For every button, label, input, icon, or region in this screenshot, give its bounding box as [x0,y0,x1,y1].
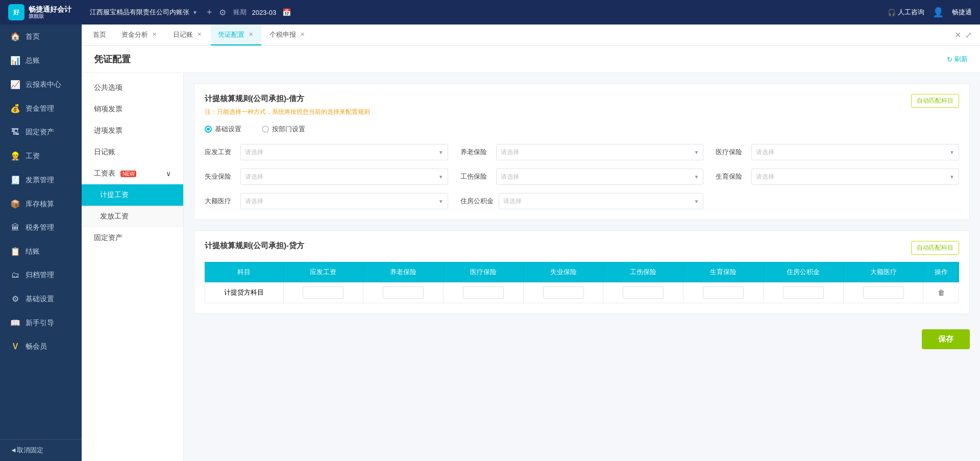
housing-fund-select[interactable]: 请选择 ▼ [499,193,704,209]
sidebar-item-close[interactable]: 📋 结账 [0,239,82,263]
maternity-select[interactable]: 请选择 ▼ [751,168,959,185]
cancel-fixed-btn[interactable]: ◄取消固定 [0,439,82,461]
th-gross: 应发工资 [283,262,363,282]
save-button[interactable]: 保存 [922,329,970,349]
sidebar-item-label: 库存核算 [26,200,54,209]
sidebar-item-archive[interactable]: 🗂 归档管理 [0,263,82,287]
left-nav-journal[interactable]: 日记账 [82,141,183,163]
table-row: 计提贷方科目 🗑 [205,282,959,303]
cell-pension [363,282,444,303]
left-nav-sales-invoice[interactable]: 销项发票 [82,99,183,120]
delete-row-button[interactable]: 🗑 [938,288,945,297]
chevron-down-icon: ▼ [694,150,699,155]
ledger-icon: 📊 [10,56,20,65]
th-maternity: 生育保险 [683,262,764,282]
settings-icon[interactable]: ⚙ [219,8,226,17]
credit-auto-match-button[interactable]: 自动匹配科目 [911,241,959,255]
input-housing-fund[interactable] [783,286,824,299]
company-selector[interactable]: 江西服宝精品有限责任公司内账张 ▼ + ⚙ 账期 2023-03 📅 [90,7,888,18]
expand-icon[interactable]: ⤢ [965,30,972,40]
input-pension[interactable] [383,286,424,299]
vip-icon: V [10,342,20,351]
tab-label: 首页 [93,30,106,39]
sidebar-item-invoice[interactable]: 🧾 发票管理 [0,168,82,192]
debit-auto-match-button[interactable]: 自动匹配科目 [911,94,959,108]
tab-tax-report[interactable]: 个税申报 ✕ [262,25,313,45]
consulting-btn[interactable]: 🎧 人工咨询 [888,8,924,17]
input-work-injury[interactable] [623,286,664,299]
input-unemployment[interactable] [543,286,584,299]
left-nav-pay-salary[interactable]: 发放工资 [82,206,183,227]
unemployment-select[interactable]: 请选择 ▼ [240,168,448,185]
left-nav-fixed-assets[interactable]: 固定资产 [82,227,183,249]
reports-icon: 📈 [10,80,20,89]
cell-work-injury [603,282,683,303]
sidebar-item-label: 发票管理 [26,176,54,185]
sidebar-item-fund[interactable]: 💰 资金管理 [0,96,82,120]
tab-close-icon[interactable]: ✕ [248,31,254,38]
medical-select[interactable]: 请选择 ▼ [751,144,959,160]
sidebar-item-label: 总账 [26,56,40,65]
th-housing-fund: 住房公积金 [763,262,843,282]
sidebar-item-label: 工资 [26,152,40,161]
close-all-icon[interactable]: ✕ [954,30,961,40]
radio-department[interactable]: 按部门设置 [262,125,305,134]
field-unemployment: 失业保险 请选择 ▼ [205,168,448,185]
pension-select[interactable]: 请选择 ▼ [496,144,704,160]
chevron-down-icon: ∨ [166,169,171,178]
sidebar: 🏠 首页 📊 总账 📈 云报表中心 💰 资金管理 🏗 固定资产 👷 工资 🧾 发… [0,25,82,461]
sidebar-item-home[interactable]: 🏠 首页 [0,25,82,48]
field-work-injury: 工伤保险 请选择 ▼ [460,168,704,185]
sidebar-item-reports[interactable]: 📈 云报表中心 [0,72,82,96]
refresh-button[interactable]: ↻ 刷新 [947,55,968,64]
left-nav-salary-sheet[interactable]: 工资表 NEW ∨ [82,163,183,184]
cancel-fixed-label: ◄取消固定 [10,446,43,455]
sidebar-item-ledger[interactable]: 📊 总账 [0,48,82,72]
tab-journal[interactable]: 日记账 ✕ [166,25,210,45]
tab-close-icon[interactable]: ✕ [299,31,306,38]
fund-icon: 💰 [10,104,20,113]
chevron-down-icon: ▼ [438,150,444,155]
tab-home[interactable]: 首页 [86,25,113,45]
tab-label: 日记账 [173,30,193,39]
period-value: 2023-03 [252,9,276,16]
large-medical-select[interactable]: 请选择 ▼ [240,193,448,209]
field-gross-salary: 应发工资 请选择 ▼ [205,144,448,160]
sidebar-item-salary[interactable]: 👷 工资 [0,144,82,168]
left-nav-public[interactable]: 公共选项 [82,77,183,99]
tab-fund-analysis[interactable]: 资金分析 ✕ [114,25,165,45]
logo-text: 畅捷通好会计 旗舰版 [29,5,71,20]
calendar-icon[interactable]: 📅 [282,8,291,16]
home-icon: 🏠 [10,32,20,41]
th-pension: 养老保险 [363,262,444,282]
left-nav-purchase-invoice[interactable]: 进项发票 [82,120,183,141]
input-gross[interactable] [303,286,344,299]
tab-label: 凭证配置 [218,30,244,39]
sidebar-item-settings[interactable]: ⚙ 基础设置 [0,287,82,311]
cell-maternity [683,282,764,303]
input-maternity[interactable] [703,286,744,299]
refresh-icon: ↻ [947,56,952,63]
input-large-medical[interactable] [863,286,904,299]
gross-salary-select[interactable]: 请选择 ▼ [240,144,448,160]
sidebar-item-fixed-assets[interactable]: 🏗 固定资产 [0,120,82,144]
tab-close-icon[interactable]: ✕ [196,31,203,38]
tab-close-icon[interactable]: ✕ [151,31,158,38]
sidebar-item-label: 云报表中心 [26,80,61,89]
sidebar-item-label: 结账 [26,247,40,256]
tab-voucher-config[interactable]: 凭证配置 ✕ [211,25,261,45]
archive-icon: 🗂 [10,271,20,280]
cell-medical [443,282,523,303]
sidebar-item-vip[interactable]: V 畅会员 [0,335,82,358]
sidebar-item-guide[interactable]: 📖 新手引导 [0,311,82,335]
cell-unemployment [523,282,603,303]
add-account-icon[interactable]: + [207,7,212,18]
sidebar-item-inventory[interactable]: 📦 库存核算 [0,192,82,216]
left-nav-accrual-salary[interactable]: 计提工资 [82,184,183,206]
input-medical[interactable] [463,286,504,299]
sidebar-item-label: 基础设置 [26,295,54,304]
work-injury-select[interactable]: 请选择 ▼ [496,168,704,185]
sidebar-item-tax[interactable]: 🏛 税务管理 [0,216,82,239]
tax-icon: 🏛 [10,223,20,232]
radio-basic[interactable]: 基础设置 [205,125,241,134]
